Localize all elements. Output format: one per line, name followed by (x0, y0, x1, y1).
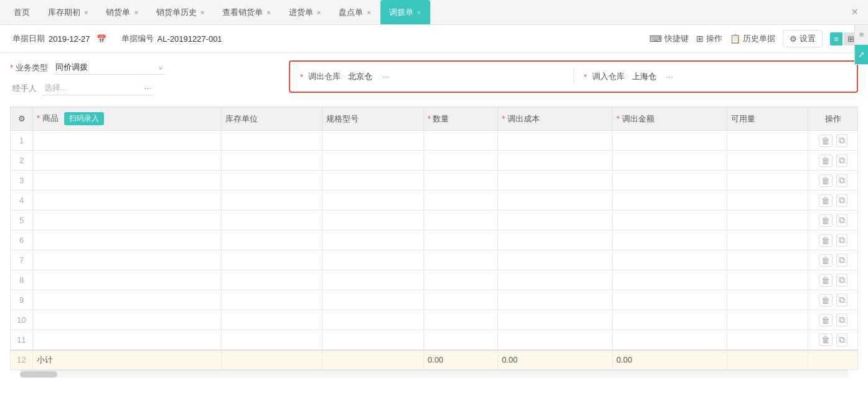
row-10-unit[interactable] (222, 310, 323, 330)
row-8-delete-button[interactable]: 🗑 (819, 274, 833, 287)
row-3-available[interactable] (727, 171, 808, 191)
row-2-spec[interactable] (323, 151, 423, 171)
row-5-copy-button[interactable]: ⧉ (836, 214, 847, 227)
row-4-delete-button[interactable]: 🗑 (819, 194, 833, 207)
row-8-unit[interactable] (222, 270, 323, 290)
row-11-amount[interactable] (613, 330, 727, 350)
row-10-available[interactable] (727, 310, 808, 330)
row-4-copy-button[interactable]: ⧉ (836, 194, 847, 207)
horizontal-scrollbar[interactable] (20, 370, 848, 378)
row-6-spec[interactable] (323, 231, 423, 250)
row-5-unit[interactable] (222, 211, 323, 231)
row-3-amount[interactable] (613, 171, 727, 191)
row-5-spec[interactable] (323, 211, 423, 231)
row-2-available[interactable] (727, 151, 808, 171)
row-4-cost[interactable] (498, 191, 612, 211)
tab-sales-history[interactable]: 销货单历史 × (148, 0, 214, 24)
row-8-amount[interactable] (613, 270, 727, 290)
tab-stocktake[interactable]: 盘点单 × (330, 0, 380, 24)
row-2-amount[interactable] (613, 151, 727, 171)
row-1-delete-button[interactable]: 🗑 (819, 135, 833, 147)
row-9-amount[interactable] (613, 290, 727, 310)
row-9-copy-button[interactable]: ⧉ (836, 293, 847, 307)
row-6-copy-button[interactable]: ⧉ (836, 234, 847, 247)
row-6-delete-button[interactable]: 🗑 (819, 234, 833, 247)
gear-icon[interactable]: ⚙ (18, 114, 26, 123)
row-7-delete-button[interactable]: 🗑 (819, 254, 833, 267)
row-5-delete-button[interactable]: 🗑 (819, 214, 833, 227)
row-9-available[interactable] (727, 290, 808, 310)
row-3-delete-button[interactable]: 🗑 (819, 174, 833, 187)
row-11-qty[interactable] (423, 330, 498, 350)
row-1-available[interactable] (727, 131, 808, 151)
row-10-spec[interactable] (323, 310, 423, 330)
row-1-unit[interactable] (222, 131, 323, 151)
row-3-copy-button[interactable]: ⧉ (836, 174, 847, 187)
row-4-spec[interactable] (323, 191, 423, 211)
row-11-cost[interactable] (498, 330, 612, 350)
row-11-product[interactable] (33, 330, 222, 350)
row-8-cost[interactable] (498, 270, 612, 290)
row-10-qty[interactable] (423, 310, 498, 330)
business-type-field[interactable]: 同价调拨 ∨ (53, 60, 165, 75)
row-9-cost[interactable] (498, 290, 612, 310)
tab-home[interactable]: 首页 (5, 0, 39, 24)
row-4-amount[interactable] (613, 191, 727, 211)
calendar-icon[interactable]: 📅 (97, 34, 106, 44)
operations-button[interactable]: ⊞ 操作 (696, 33, 722, 44)
row-7-unit[interactable] (222, 250, 323, 270)
row-8-product[interactable] (33, 270, 222, 290)
row-1-amount[interactable] (613, 131, 727, 151)
tab-purchase[interactable]: 进货单 × (280, 0, 330, 24)
transfer-in-more-icon[interactable]: ··· (666, 72, 674, 82)
row-5-qty[interactable] (423, 211, 498, 231)
row-2-unit[interactable] (222, 151, 323, 171)
row-6-unit[interactable] (222, 231, 323, 250)
scan-barcode-button[interactable]: 扫码录入 (64, 112, 104, 125)
settings-button[interactable]: ⚙ 设置 (783, 30, 823, 47)
row-10-copy-button[interactable]: ⧉ (836, 313, 847, 326)
row-2-copy-button[interactable]: ⧉ (836, 154, 847, 167)
row-9-product[interactable] (33, 290, 222, 310)
row-7-amount[interactable] (613, 250, 727, 270)
row-3-qty[interactable] (423, 171, 498, 191)
row-11-unit[interactable] (222, 330, 323, 350)
row-8-qty[interactable] (423, 270, 498, 290)
row-7-cost[interactable] (498, 250, 612, 270)
tab-purchase-close[interactable]: × (317, 9, 321, 16)
row-3-product[interactable] (33, 171, 222, 191)
row-8-copy-button[interactable]: ⧉ (836, 274, 847, 287)
scroll-thumb[interactable] (20, 371, 57, 378)
row-4-product[interactable] (33, 191, 222, 211)
row-10-product[interactable] (33, 310, 222, 330)
tab-inventory-init[interactable]: 库存期初 × (39, 0, 97, 24)
row-6-product[interactable] (33, 231, 222, 250)
row-9-qty[interactable] (423, 290, 498, 310)
row-3-spec[interactable] (323, 171, 423, 191)
row-10-cost[interactable] (498, 310, 612, 330)
transfer-out-more-icon[interactable]: ··· (382, 72, 390, 82)
row-7-copy-button[interactable]: ⧉ (836, 254, 847, 267)
row-5-cost[interactable] (498, 211, 612, 231)
history-button[interactable]: 📋 历史单据 (730, 33, 775, 44)
handler-more-icon[interactable]: ··· (144, 83, 151, 93)
row-5-available[interactable] (727, 211, 808, 231)
row-7-product[interactable] (33, 250, 222, 270)
tab-inventory-init-close[interactable]: × (84, 9, 88, 16)
row-2-product[interactable] (33, 151, 222, 171)
row-11-delete-button[interactable]: 🗑 (819, 333, 833, 346)
row-2-qty[interactable] (423, 151, 498, 171)
row-5-product[interactable] (33, 211, 222, 231)
view-mode-list[interactable]: ≡ (830, 32, 842, 45)
row-4-qty[interactable] (423, 191, 498, 211)
row-3-cost[interactable] (498, 171, 612, 191)
row-10-amount[interactable] (613, 310, 727, 330)
date-value[interactable]: 2019-12-27 (49, 34, 90, 44)
sidebar-expand-icon[interactable]: ↗ (855, 45, 869, 65)
tab-transfer[interactable]: 调拨单 × (380, 0, 430, 24)
row-2-delete-button[interactable]: 🗑 (819, 155, 833, 167)
row-11-available[interactable] (727, 330, 808, 350)
row-7-qty[interactable] (423, 250, 498, 270)
tab-sales-order-close[interactable]: × (134, 9, 138, 16)
tab-transfer-close[interactable]: × (417, 9, 421, 16)
